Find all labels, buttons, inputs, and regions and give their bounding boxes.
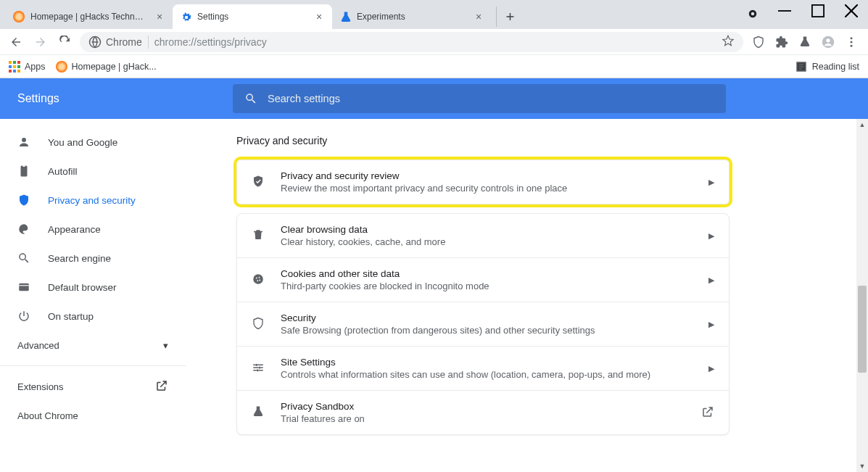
row-privacy-sandbox[interactable]: Privacy SandboxTrial features are on (237, 391, 729, 434)
sidebar-label: Search engine (48, 253, 111, 264)
row-title: Clear browsing data (281, 224, 694, 235)
search-input[interactable] (268, 93, 714, 104)
svg-point-5 (826, 38, 830, 42)
row-title: Privacy and security review (281, 170, 694, 181)
sidebar-item-privacy-security[interactable]: Privacy and security (0, 186, 186, 215)
row-clear-browsing-data[interactable]: Clear browsing dataClear history, cookie… (237, 214, 729, 258)
settings-header: Settings (0, 78, 868, 119)
site-info-icon[interactable]: Chrome (88, 36, 149, 49)
maximize-button[interactable] (801, 0, 835, 22)
divider (0, 365, 186, 366)
row-subtitle: Third-party cookies are blocked in Incog… (281, 281, 694, 291)
ghacks-favicon-icon (56, 61, 67, 73)
bookmarks-bar: Apps Homepage | gHack... Reading list (0, 55, 868, 78)
sidebar-item-search-engine[interactable]: Search engine (0, 244, 186, 273)
svg-point-18 (257, 280, 258, 281)
sidebar-label: Appearance (48, 224, 101, 235)
row-privacy-review[interactable]: Privacy and security reviewReview the mo… (237, 160, 729, 204)
svg-point-16 (256, 277, 257, 278)
sidebar-item-autofill[interactable]: Autofill (0, 157, 186, 186)
extensions-icon[interactable] (771, 31, 793, 53)
flask-icon (252, 405, 266, 421)
sidebar-item-default-browser[interactable]: Default browser (0, 273, 186, 302)
toolbar-actions (748, 31, 862, 53)
sidebar-about[interactable]: About Chrome (0, 401, 186, 430)
profile-icon[interactable] (817, 31, 839, 53)
trash-icon (252, 228, 266, 244)
search-settings[interactable] (233, 84, 726, 113)
tab-strip: Homepage | gHacks Technology × Settings … (0, 0, 516, 29)
external-link-icon (155, 379, 168, 394)
main-panel: Privacy and security Privacy and securit… (186, 119, 868, 472)
row-security[interactable]: SecuritySafe Browsing (protection from d… (237, 302, 729, 347)
sidebar-label: On startup (48, 311, 94, 322)
back-button[interactable] (6, 32, 26, 52)
reading-list-button[interactable]: Reading list (795, 60, 859, 73)
tab-ghacks[interactable]: Homepage | gHacks Technology × (6, 4, 173, 29)
row-title: Security (281, 312, 694, 323)
close-window-button[interactable] (835, 0, 868, 22)
gear-icon (180, 11, 191, 22)
ghacks-favicon-icon (13, 11, 25, 22)
close-icon[interactable]: × (473, 11, 484, 22)
sidebar-label: Default browser (48, 282, 117, 293)
shield-icon (252, 317, 266, 332)
privacy-review-card: Privacy and security reviewReview the mo… (236, 160, 729, 204)
scrollbar[interactable]: ▲ ▼ (856, 119, 868, 472)
chevron-right-icon: ▶ (708, 364, 714, 373)
svg-point-19 (259, 279, 260, 281)
sidebar-item-you-and-google[interactable]: You and Google (0, 128, 186, 157)
privacy-settings-card: Clear browsing dataClear history, cookie… (236, 213, 729, 435)
scroll-thumb[interactable] (858, 286, 867, 373)
forward-button[interactable] (30, 32, 51, 52)
close-icon[interactable]: × (313, 11, 325, 22)
bookmark-ghacks[interactable]: Homepage | gHack... (56, 61, 157, 73)
sidebar-item-on-startup[interactable]: On startup (0, 302, 186, 331)
search-icon (17, 252, 32, 265)
apps-label: Apps (25, 62, 46, 72)
new-tab-button[interactable] (496, 7, 516, 27)
sidebar-label: Privacy and security (48, 195, 136, 206)
chevron-down-icon: ▾ (163, 340, 168, 351)
record-indicator-icon (746, 7, 759, 20)
svg-point-15 (253, 274, 263, 284)
scroll-up-icon[interactable]: ▲ (856, 119, 868, 131)
tab-title: Homepage | gHacks Technology (30, 12, 148, 22)
svg-point-11 (20, 228, 22, 230)
labs-icon[interactable] (794, 31, 816, 53)
minimize-button[interactable] (768, 0, 801, 22)
sidebar: You and Google Autofill Privacy and secu… (0, 119, 186, 472)
tab-experiments[interactable]: Experiments × (332, 4, 492, 29)
row-title: Site Settings (281, 357, 694, 368)
svg-point-7 (851, 41, 853, 43)
row-cookies[interactable]: Cookies and other site dataThird-party c… (237, 258, 729, 302)
bookmark-star-icon[interactable] (722, 34, 735, 49)
window-controls (768, 0, 868, 22)
tab-settings[interactable]: Settings × (173, 4, 332, 29)
sidebar-item-appearance[interactable]: Appearance (0, 215, 186, 244)
person-icon (17, 136, 32, 149)
scroll-down-icon[interactable]: ▼ (856, 460, 868, 472)
row-site-settings[interactable]: Site SettingsControls what information s… (237, 347, 729, 391)
cookie-icon (252, 273, 266, 288)
tab-title: Experiments (357, 12, 467, 22)
section-title: Privacy and security (236, 135, 868, 146)
svg-point-10 (22, 138, 26, 142)
apps-shortcut[interactable]: Apps (9, 61, 46, 73)
ublock-icon[interactable] (748, 31, 769, 53)
reload-button[interactable] (55, 32, 75, 52)
sidebar-label: You and Google (48, 137, 117, 148)
svg-point-13 (25, 226, 26, 228)
omnibox[interactable]: Chrome chrome://settings/privacy (80, 32, 743, 52)
sidebar-advanced[interactable]: Advanced▾ (0, 331, 186, 360)
reading-list-label: Reading list (812, 62, 859, 72)
menu-icon[interactable] (840, 31, 862, 53)
svg-point-17 (259, 276, 260, 278)
close-icon[interactable]: × (154, 11, 165, 22)
sidebar-extensions[interactable]: Extensions (0, 372, 186, 401)
tab-title: Settings (197, 12, 307, 22)
chevron-right-icon: ▶ (708, 276, 714, 285)
page-title: Settings (17, 92, 233, 105)
svg-point-21 (259, 366, 261, 368)
svg-point-1 (751, 12, 755, 16)
